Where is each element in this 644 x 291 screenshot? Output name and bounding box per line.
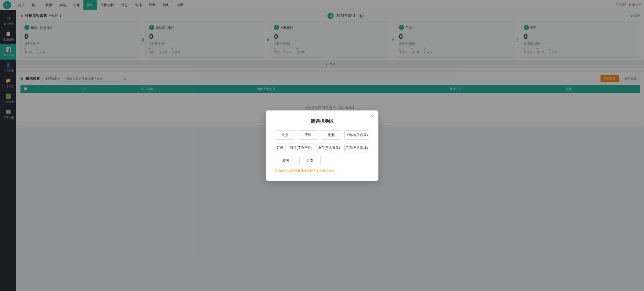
- modal-title: 请选择地区: [275, 118, 369, 124]
- modal-warning: ⓘ 除以上地区外其他地区暂不支持报税检查！: [275, 169, 369, 173]
- region-grid-row1: 北京 天津 河北 上海(电子税局): [275, 130, 369, 140]
- region-grid-row3: 海南 云南: [275, 156, 369, 165]
- region-select-modal: ✕ 请选择地区 北京 天津 河北 上海(电子税局) 江苏 浙江(不含宁波) 山东…: [266, 110, 378, 181]
- modal-close-btn[interactable]: ✕: [370, 114, 374, 119]
- modal-overlay[interactable]: ✕ 请选择地区 北京 天津 河北 上海(电子税局) 江苏 浙江(不含宁波) 山东…: [0, 0, 644, 291]
- warning-text: 除以上地区外其他地区暂不支持报税检查！: [279, 169, 337, 173]
- warning-icon: ⓘ: [275, 169, 278, 173]
- region-btn-shanghai[interactable]: 上海(电子税局): [344, 130, 369, 140]
- region-btn-beijing[interactable]: 北京: [275, 130, 295, 140]
- region-btn-yunnan[interactable]: 云南: [299, 156, 321, 165]
- region-btn-hainan[interactable]: 海南: [275, 156, 296, 165]
- region-btn-zhejiang[interactable]: 浙江(不含宁波): [289, 143, 313, 152]
- region-btn-jiangsu[interactable]: 江苏: [275, 143, 286, 152]
- region-btn-guangdong[interactable]: 广东(不含深圳): [344, 143, 369, 152]
- region-btn-tianjin[interactable]: 天津: [298, 130, 318, 140]
- region-btn-hebei[interactable]: 河北: [321, 130, 341, 140]
- region-grid-row2: 江苏 浙江(不含宁波) 山东(不含青岛) 广东(不含深圳): [275, 143, 369, 152]
- region-btn-shandong[interactable]: 山东(不含青岛): [316, 143, 341, 152]
